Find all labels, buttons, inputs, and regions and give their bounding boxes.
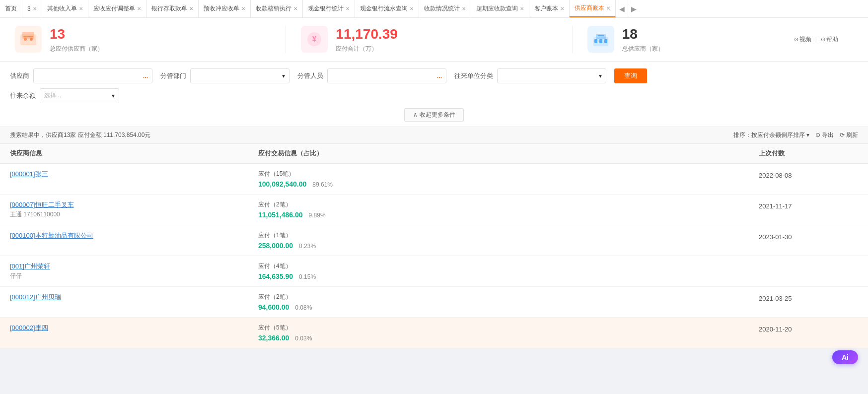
close-cash-query[interactable]: ✕ <box>410 6 414 11</box>
nav-tab-cash-query[interactable]: 现金银行流水查询 ✕ <box>355 0 419 17</box>
nav-tab-3[interactable]: 3 ✕ <box>22 0 42 17</box>
filter-area: 供应商 ... 分管部门 ▾ 分管人员 ... 往来单位分类 ▾ <box>0 62 868 127</box>
stat-content-amount: 11,170.39 应付合计（万） <box>336 26 398 53</box>
nav-tab-writeoff[interactable]: 收款核销执行 ✕ <box>251 0 303 17</box>
supplier-link-5[interactable]: [000002]李四 <box>10 324 258 332</box>
supplier-sub-1: 王通 17106110000 <box>10 210 258 219</box>
svg-rect-9 <box>594 39 597 43</box>
table-row-highlighted: [000002]李四 应付（5笔） 32,366.00 0.03% 2020-1… <box>0 318 868 348</box>
nav-tab-supplier-book-label: 供应商账本 <box>575 4 604 12</box>
supplier-label: 供应商 <box>10 71 29 80</box>
export-button[interactable]: ⊙ 导出 <box>815 131 834 139</box>
balance-arrow-icon: ▾ <box>112 92 115 99</box>
payable-amount-1[interactable]: 11,051,486.00 <box>258 211 303 219</box>
refresh-icon: ⟳ <box>840 131 845 138</box>
supplier-link-0[interactable]: [000001]张三 <box>10 170 258 179</box>
payable-amount-5[interactable]: 32,366.00 <box>258 334 289 342</box>
nav-tab-overdue[interactable]: 超期应收款查询 ✕ <box>471 0 529 17</box>
payable-count-3: 应付（4笔） <box>258 262 759 270</box>
result-text: 搜索结果中，供应商13家 应付金额 111,703,854.00元 <box>10 131 150 139</box>
video-link[interactable]: ⊙ 视频 <box>794 35 811 44</box>
payable-count-1: 应付（2笔） <box>258 200 759 209</box>
payable-info-0: 应付（15笔） 100,092,540.00 89.61% <box>258 170 759 188</box>
stat-item-suppliers: 13 总应付供应商（家） <box>10 26 286 53</box>
supplier-link-2[interactable]: [000100]本特勤油品有限公司 <box>10 231 258 240</box>
table-row: [000012]广州贝瑞 应付（2笔） 94,600.00 0.08% 2021… <box>0 287 868 318</box>
payable-amount-2[interactable]: 258,000.00 <box>258 242 293 250</box>
svg-point-2 <box>24 38 27 41</box>
close-other-income[interactable]: ✕ <box>79 6 83 11</box>
nav-tab-adjust[interactable]: 应收应付调整单 ✕ <box>88 0 146 17</box>
person-input[interactable]: ... <box>327 68 446 83</box>
close-writeoff[interactable]: ✕ <box>293 6 297 11</box>
table-row: [000007]恒旺二手叉车 王通 17106110000 应付（2笔） 11,… <box>0 195 868 225</box>
payable-count-0: 应付（15笔） <box>258 170 759 178</box>
supplier-link-3[interactable]: [001]广州荣轩 <box>10 262 258 271</box>
query-button[interactable]: 查询 <box>614 68 647 83</box>
supplier-dots-icon[interactable]: ... <box>143 72 148 79</box>
close-bank[interactable]: ✕ <box>189 6 193 11</box>
nav-tab-bank[interactable]: 银行存取款单 ✕ <box>146 0 199 17</box>
stat-icon-amount: ¥ <box>301 26 328 53</box>
close-pay-stat[interactable]: ✕ <box>462 6 466 11</box>
filter-row-2: 往来余额 选择... ▾ <box>10 88 858 103</box>
col-header-payable: 应付交易信息（占比） <box>258 149 759 158</box>
close-overdue[interactable]: ✕ <box>520 6 524 11</box>
stat-label-total: 总供应商（家） <box>622 45 664 53</box>
nav-tab-other-income-label: 其他收入单 <box>47 4 77 13</box>
nav-tab-other-income[interactable]: 其他收入单 ✕ <box>42 0 88 17</box>
refresh-button[interactable]: ⟳ 刷新 <box>840 131 858 139</box>
dept-select[interactable]: ▾ <box>190 68 289 83</box>
nav-tab-home[interactable]: 首页 <box>0 0 22 17</box>
payable-amount-3[interactable]: 164,635.90 <box>258 272 293 280</box>
payable-amount-0[interactable]: 100,092,540.00 <box>258 180 306 188</box>
close-supplier-book[interactable]: ✕ <box>606 5 610 11</box>
supplier-info-2: [000100]本特勤油品有限公司 <box>10 231 258 240</box>
supplier-sub-3: 仔仔 <box>10 272 258 280</box>
category-select[interactable]: ▾ <box>497 68 606 83</box>
nav-tab-cash-stat[interactable]: 现金银行统计 ✕ <box>303 0 355 17</box>
nav-tab-prepay[interactable]: 预收冲应收单 ✕ <box>199 0 251 17</box>
filter-item-supplier: 供应商 ... <box>10 68 152 83</box>
sort-arrow-icon: ▾ <box>806 131 809 138</box>
nav-tab-supplier-book[interactable]: 供应商账本 ✕ <box>570 0 616 17</box>
collapse-button[interactable]: ∧ 收起更多条件 <box>404 108 464 122</box>
person-dots-icon[interactable]: ... <box>437 72 442 79</box>
export-icon: ⊙ <box>815 131 820 138</box>
close-customer-book[interactable]: ✕ <box>560 6 564 11</box>
svg-rect-1 <box>22 32 34 39</box>
supplier-link-4[interactable]: [000012]广州贝瑞 <box>10 293 258 302</box>
close-prepay[interactable]: ✕ <box>241 6 245 11</box>
close-cash-stat[interactable]: ✕ <box>346 6 350 11</box>
payable-percent-3: 0.15% <box>299 273 316 280</box>
sort-label[interactable]: 排序：按应付余额倒序排序 ▾ <box>733 131 809 139</box>
nav-tab-pay-stat[interactable]: 收款情况统计 ✕ <box>419 0 471 17</box>
help-link[interactable]: ⊙ 帮助 <box>821 35 838 44</box>
stat-label-amount: 应付合计（万） <box>336 45 398 53</box>
table-row: [000001]张三 应付（15笔） 100,092,540.00 89.61%… <box>0 164 868 195</box>
collapse-label: 收起更多条件 <box>420 111 455 119</box>
balance-placeholder: 选择... <box>44 91 61 100</box>
nav-next-arrow[interactable]: ▶ <box>628 0 640 17</box>
stat-label-suppliers: 总应付供应商（家） <box>50 45 103 53</box>
nav-tab-pay-stat-label: 收款情况统计 <box>424 4 460 13</box>
nav-tab-adjust-label: 应收应付调整单 <box>93 4 135 13</box>
supplier-input[interactable]: ... <box>33 68 152 83</box>
close-adjust[interactable]: ✕ <box>137 6 141 11</box>
stat-number-amount: 11,170.39 <box>336 26 398 43</box>
stat-number-total: 18 <box>622 26 664 43</box>
nav-prev-arrow[interactable]: ◀ <box>616 0 628 17</box>
supplier-info-5: [000002]李四 <box>10 324 258 332</box>
supplier-link-1[interactable]: [000007]恒旺二手叉车 <box>10 200 258 209</box>
payable-amount-4[interactable]: 94,600.00 <box>258 303 289 311</box>
table-header: 供应商信息 应付交易信息（占比） 上次付数 <box>0 144 868 164</box>
nav-tab-customer-book[interactable]: 客户账本 ✕ <box>529 0 570 17</box>
close-tab-3[interactable]: ✕ <box>33 6 37 11</box>
payable-count-2: 应付（1笔） <box>258 231 759 240</box>
payable-percent-5: 0.03% <box>295 335 312 342</box>
balance-select[interactable]: 选择... ▾ <box>40 88 119 103</box>
stat-item-total: 18 总供应商（家） ⊙ 视频 | ⊙ 帮助 <box>573 26 858 53</box>
supplier-info-0: [000001]张三 <box>10 170 258 179</box>
svg-rect-11 <box>604 39 607 43</box>
nav-tab-writeoff-label: 收款核销执行 <box>256 4 291 13</box>
